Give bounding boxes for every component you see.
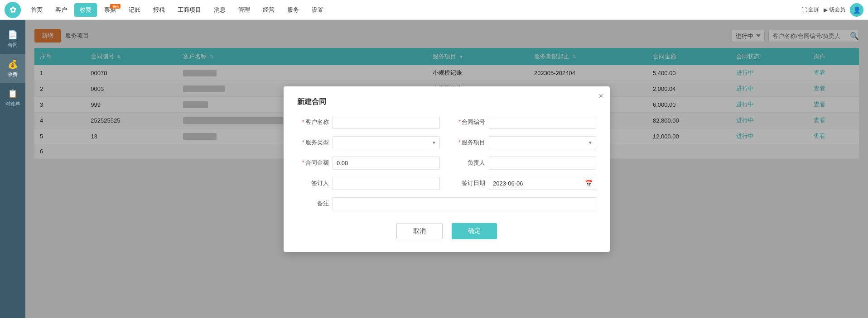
modal-overlay: × 新建合同 *客户名称 *合同编号: [25, 20, 868, 318]
customer-name-row: *客户名称: [297, 116, 440, 129]
sidebar-label-contract: 合同: [8, 42, 18, 48]
top-navigation: ✿ 首页 客户 收费 票据 new 记账 报税 工商项目 消息 管理 经营 服务…: [0, 0, 868, 20]
modal-title: 新建合同: [297, 97, 596, 107]
contract-no-input[interactable]: [489, 116, 596, 129]
sign-date-label: 签订日期: [453, 179, 485, 187]
nav-message[interactable]: 消息: [208, 3, 231, 17]
remarks-input[interactable]: [333, 197, 596, 210]
service-item-row: *服务项目 ▼: [453, 136, 596, 149]
sign-date-input[interactable]: [489, 177, 596, 190]
user-avatar[interactable]: 👤: [850, 3, 863, 17]
required-mark: *: [302, 119, 304, 125]
member-icon: ▶: [824, 7, 828, 13]
cancel-button[interactable]: 取消: [396, 223, 443, 239]
nav-service[interactable]: 服务: [282, 3, 304, 17]
nav-customer[interactable]: 客户: [50, 3, 72, 17]
sidebar-item-statement[interactable]: 📋 对账单: [0, 83, 25, 113]
required-mark5: *: [302, 159, 304, 166]
nav-manage[interactable]: 管理: [233, 3, 256, 17]
customer-name-input[interactable]: [333, 116, 440, 129]
nav-menu: 首页 客户 收费 票据 new 记账 报税 工商项目 消息 管理 经营 服务 设…: [25, 3, 801, 17]
contract-icon: 📄: [8, 30, 18, 40]
modal-footer: 取消 确定: [297, 223, 596, 239]
sign-date-wrapper: 📅: [489, 177, 596, 190]
nav-fee[interactable]: 收费: [74, 3, 97, 17]
nav-tax[interactable]: 报税: [148, 3, 170, 17]
required-mark4: *: [458, 139, 461, 146]
nav-right: ⛶ 全屏 ▶ 畅会员 👤: [801, 3, 863, 17]
contract-no-row: *合同编号: [453, 116, 596, 129]
contract-amount-input[interactable]: [333, 157, 440, 170]
sidebar-item-contract[interactable]: 📄 合同: [0, 24, 25, 54]
contract-no-label: *合同编号: [453, 118, 485, 126]
nav-operation[interactable]: 经营: [257, 3, 280, 17]
service-item-select[interactable]: [489, 136, 596, 149]
service-type-row: *服务类型 ▼: [297, 136, 440, 149]
logo: ✿: [5, 2, 21, 18]
nav-settings[interactable]: 设置: [306, 3, 329, 17]
modal-form: *客户名称 *合同编号 *服务类型: [297, 116, 596, 210]
nav-business[interactable]: 工商项目: [172, 3, 207, 17]
signer-row: 签订人: [297, 177, 440, 190]
remarks-row: 备注: [297, 197, 596, 210]
logo-icon: ✿: [10, 5, 16, 15]
contract-amount-label: *合同金额: [297, 159, 329, 167]
fee-icon: 💰: [8, 59, 18, 69]
responsible-input[interactable]: [489, 157, 596, 170]
responsible-label: 负责人: [453, 159, 485, 167]
new-badge: new: [110, 4, 121, 9]
service-type-label: *服务类型: [297, 138, 329, 147]
contract-amount-row: *合同金额: [297, 157, 440, 170]
sidebar-label-fee: 收费: [8, 71, 18, 78]
customer-name-label: *客户名称: [297, 118, 329, 126]
fullscreen-icon: ⛶: [801, 7, 807, 13]
statement-icon: 📋: [8, 89, 18, 99]
nav-invoice[interactable]: 票据 new: [99, 3, 121, 17]
calendar-icon[interactable]: 📅: [585, 180, 593, 187]
confirm-button[interactable]: 确定: [452, 223, 497, 239]
required-mark2: *: [458, 119, 461, 125]
modal-close-button[interactable]: ×: [598, 92, 603, 100]
responsible-row: 负责人: [453, 157, 596, 170]
fullscreen-label: 全屏: [808, 6, 819, 14]
service-item-label: *服务项目: [453, 138, 485, 147]
sidebar-item-fee[interactable]: 💰 收费: [0, 54, 25, 83]
new-contract-modal: × 新建合同 *客户名称 *合同编号: [284, 86, 610, 252]
nav-bookkeeping[interactable]: 记账: [123, 3, 146, 17]
sign-date-row: 签订日期 📅: [453, 177, 596, 190]
remarks-label: 备注: [297, 199, 329, 208]
service-type-select-wrapper: ▼: [333, 136, 440, 149]
signer-input[interactable]: [333, 177, 440, 190]
required-mark3: *: [302, 139, 304, 146]
sidebar: 📄 合同 💰 收费 📋 对账单: [0, 20, 25, 318]
signer-label: 签订人: [297, 179, 329, 187]
sidebar-label-statement: 对账单: [5, 100, 20, 107]
main-layout: 📄 合同 💰 收费 📋 对账单 新增 服务项目 进行中 已完成 已终止 🔍: [0, 20, 868, 318]
member-button[interactable]: ▶ 畅会员: [824, 6, 845, 14]
fullscreen-button[interactable]: ⛶ 全屏: [801, 6, 819, 14]
service-item-select-wrapper: ▼: [489, 136, 596, 149]
nav-home[interactable]: 首页: [25, 3, 48, 17]
service-type-select[interactable]: [333, 136, 440, 149]
member-label: 畅会员: [829, 6, 845, 14]
content-area: 新增 服务项目 进行中 已完成 已终止 🔍 序号 合同编号 ⇅ 客户名: [25, 20, 868, 318]
